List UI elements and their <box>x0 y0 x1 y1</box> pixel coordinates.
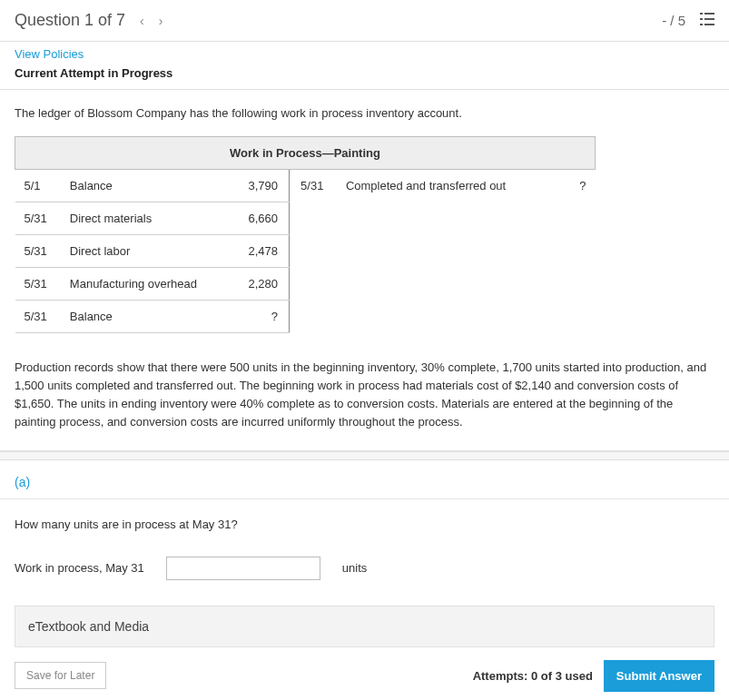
question-list-icon[interactable] <box>700 13 714 29</box>
body-text: Production records show that there were … <box>15 359 714 432</box>
svg-rect-1 <box>704 13 714 15</box>
cell-amount: ? <box>230 301 290 333</box>
part-question: How many units are in process at May 31? <box>15 518 714 531</box>
svg-rect-0 <box>700 13 703 15</box>
header-left: Question 1 of 7 ‹ › <box>15 11 163 30</box>
answer-label: Work in process, May 31 <box>15 561 144 575</box>
svg-rect-2 <box>700 18 703 20</box>
part-label: (a) <box>0 460 729 498</box>
cell-date: 5/31 <box>15 301 61 333</box>
intro-text: The ledger of Blossom Company has the fo… <box>15 106 714 120</box>
header-right: - / 5 <box>662 13 714 29</box>
cell-empty <box>337 301 556 333</box>
cell-amount: 2,478 <box>230 235 290 268</box>
svg-rect-5 <box>704 24 714 25</box>
cell-empty <box>290 268 337 301</box>
taccount-title: Work in Process—Painting <box>15 137 596 170</box>
cell-empty <box>290 235 337 268</box>
svg-rect-3 <box>704 18 714 20</box>
taccount-wrap: Work in Process—Painting 5/1 Balance 3,7… <box>15 136 714 333</box>
cell-desc: Completed and transferred out <box>337 170 556 202</box>
attempts-text: Attempts: 0 of 3 used <box>473 669 593 683</box>
cell-desc: Balance <box>61 170 230 202</box>
cell-desc: Direct labor <box>61 235 230 268</box>
cell-amount: ? <box>556 170 596 202</box>
prev-question-icon[interactable]: ‹ <box>140 14 144 28</box>
cell-empty <box>337 268 556 301</box>
svg-rect-4 <box>700 24 703 25</box>
cell-empty <box>556 301 596 333</box>
footer-row: Save for Later Attempts: 0 of 3 used Sub… <box>15 660 714 692</box>
question-header: Question 1 of 7 ‹ › - / 5 <box>0 0 729 42</box>
question-content: The ledger of Blossom Company has the fo… <box>0 89 729 451</box>
cell-date: 5/31 <box>15 235 61 268</box>
cell-desc: Balance <box>61 301 230 333</box>
table-row: 5/31 Direct materials 6,660 <box>15 202 596 235</box>
attempt-status: Current Attempt in Progress <box>15 66 714 80</box>
cell-empty <box>556 235 596 268</box>
meta-bar: View Policies Current Attempt in Progres… <box>0 42 729 89</box>
cell-amount: 3,790 <box>230 170 290 202</box>
question-title: Question 1 of 7 <box>15 11 125 30</box>
cell-amount: 2,280 <box>230 268 290 301</box>
wip-taccount: Work in Process—Painting 5/1 Balance 3,7… <box>15 136 596 333</box>
cell-date: 5/31 <box>15 202 61 235</box>
section-spacer <box>0 451 729 460</box>
table-row: 5/31 Direct labor 2,478 <box>15 235 596 268</box>
cell-empty <box>337 202 556 235</box>
cell-empty <box>290 202 337 235</box>
cell-amount: 6,660 <box>230 202 290 235</box>
etextbook-link[interactable]: eTextbook and Media <box>15 606 714 647</box>
part-content: How many units are in process at May 31?… <box>0 498 729 700</box>
nav-arrows: ‹ › <box>140 14 163 28</box>
answer-row: Work in process, May 31 units <box>15 557 714 580</box>
table-row: 5/31 Balance ? <box>15 301 596 333</box>
table-row: 5/31 Manufacturing overhead 2,280 <box>15 268 596 301</box>
cell-date: 5/31 <box>290 170 337 202</box>
cell-empty <box>290 301 337 333</box>
submit-answer-button[interactable]: Submit Answer <box>604 660 714 692</box>
view-policies-link[interactable]: View Policies <box>15 47 84 61</box>
cell-date: 5/31 <box>15 268 61 301</box>
cell-empty <box>556 268 596 301</box>
cell-desc: Manufacturing overhead <box>61 268 230 301</box>
save-for-later-button[interactable]: Save for Later <box>15 662 106 689</box>
answer-input[interactable] <box>166 557 320 580</box>
cell-empty <box>556 202 596 235</box>
cell-empty <box>337 235 556 268</box>
cell-date: 5/1 <box>15 170 61 202</box>
next-question-icon[interactable]: › <box>159 14 163 28</box>
footer-right: Attempts: 0 of 3 used Submit Answer <box>473 660 714 692</box>
answer-unit: units <box>342 561 367 575</box>
score-display: - / 5 <box>662 13 685 28</box>
cell-desc: Direct materials <box>61 202 230 235</box>
table-row: 5/1 Balance 3,790 5/31 Completed and tra… <box>15 170 596 202</box>
